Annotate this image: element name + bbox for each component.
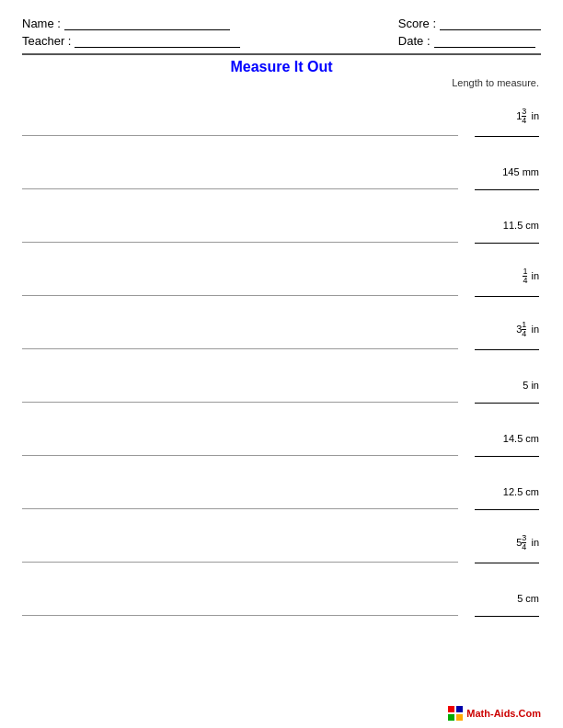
answer-line (475, 286, 539, 297)
measure-line (22, 562, 458, 563)
teacher-label: Teacher : (22, 34, 71, 48)
measure-label: 5 cm (517, 593, 539, 605)
measure-line (22, 348, 458, 349)
date-label: Date : (398, 34, 431, 48)
header-divider (22, 53, 541, 55)
measure-row: 134 in (22, 90, 541, 143)
rows-container: 134 in145 mm11.5 cm14in314 in5 in14.5 cm… (22, 90, 541, 623)
answer-line (475, 126, 539, 137)
svg-rect-0 (448, 706, 454, 712)
measure-row: 14in (22, 250, 541, 303)
measure-line (22, 242, 458, 243)
answer-box: 534 in (458, 535, 541, 566)
footer: Math-Aids.Com (448, 706, 541, 721)
measure-line (22, 135, 458, 136)
measure-line (22, 615, 458, 616)
answer-box: 314 in (458, 322, 541, 353)
score-line (440, 17, 541, 30)
col-label: Length to measure. (22, 77, 541, 88)
header-right: Score : Date : (398, 17, 541, 48)
measure-label: 534 in (516, 535, 539, 552)
answer-line (475, 233, 539, 244)
measure-label: 14.5 cm (503, 433, 539, 445)
brand-label: Math-Aids.Com (466, 708, 541, 719)
date-field: Date : (398, 34, 541, 48)
measure-row: 14.5 cm (22, 410, 541, 463)
measure-row: 5 cm (22, 570, 541, 623)
teacher-line (75, 35, 240, 48)
answer-box: 134 in (458, 108, 541, 140)
answer-line (475, 499, 539, 510)
logo-icon (448, 706, 463, 721)
answer-box: 145 mm (458, 166, 541, 193)
answer-box: 14in (458, 268, 541, 300)
answer-line (475, 606, 539, 617)
measure-label: 145 mm (502, 166, 539, 178)
measure-row: 11.5 cm (22, 197, 541, 250)
answer-line (475, 446, 539, 457)
score-field: Score : (398, 17, 541, 30)
answer-line (475, 339, 539, 350)
answer-box: 11.5 cm (458, 220, 541, 246)
measure-row: 534 in (22, 517, 541, 570)
answer-box: 5 cm (458, 593, 541, 620)
measure-line (22, 455, 458, 456)
measure-label: 11.5 cm (503, 220, 539, 232)
measure-label: 12.5 cm (503, 486, 539, 498)
measure-row: 314 in (22, 303, 541, 357)
measure-line (22, 508, 458, 509)
worksheet-page: Name : Teacher : Score : Date : Measure … (0, 0, 563, 728)
name-label: Name : (22, 17, 61, 30)
header-left: Name : Teacher : (22, 17, 240, 48)
answer-line (475, 392, 539, 404)
header: Name : Teacher : Score : Date : (22, 17, 541, 48)
measure-row: 5 in (22, 357, 541, 410)
measure-label: 5 in (523, 380, 539, 392)
measure-row: 12.5 cm (22, 463, 541, 517)
measure-line (22, 402, 458, 403)
svg-rect-1 (456, 706, 463, 712)
measure-row: 145 mm (22, 143, 541, 197)
measure-label: 14in (523, 268, 539, 286)
name-line (64, 17, 230, 30)
svg-rect-3 (456, 714, 463, 721)
measure-line (22, 295, 458, 296)
answer-line (475, 179, 539, 190)
measure-label: 314 in (516, 322, 539, 339)
answer-box: 12.5 cm (458, 486, 541, 513)
answer-line (475, 552, 539, 563)
measure-line (22, 188, 458, 189)
measure-label: 134 in (516, 108, 539, 126)
teacher-field: Teacher : (22, 34, 240, 48)
score-label: Score : (398, 17, 436, 30)
name-field: Name : (22, 17, 240, 30)
date-line (434, 35, 535, 48)
answer-box: 5 in (458, 380, 541, 406)
answer-box: 14.5 cm (458, 433, 541, 460)
worksheet-title: Measure It Out (22, 59, 541, 75)
svg-rect-2 (448, 714, 454, 721)
